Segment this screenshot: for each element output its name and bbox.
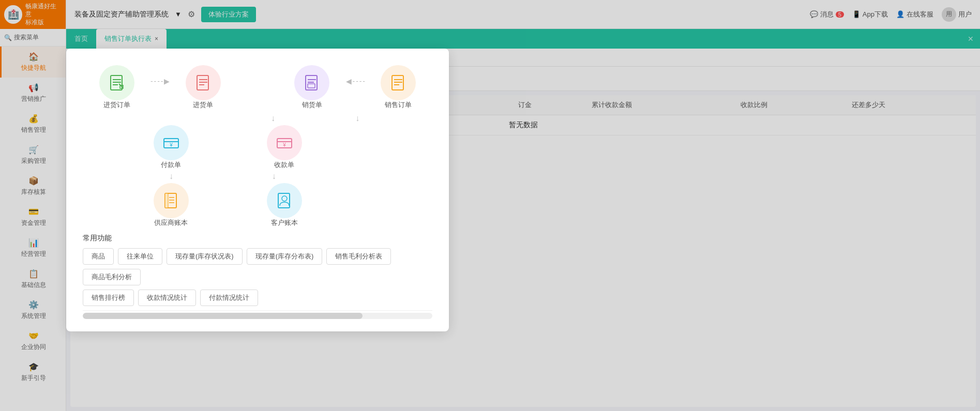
customer-ledger-node: 客户账本 bbox=[267, 183, 302, 227]
scrollbar-thumb[interactable] bbox=[83, 313, 363, 319]
flow-diagram: 进货订单 - - - - ▶ bbox=[83, 61, 432, 230]
customer-ledger-icon bbox=[275, 191, 294, 210]
svg-rect-11 bbox=[308, 84, 315, 88]
arrow-so-to-sb: ◀ - - - - bbox=[346, 77, 365, 85]
func-btn-stock-status[interactable]: 现存量(库存状况表) bbox=[167, 248, 243, 265]
func-btns-row1: 商品 往来单位 现存量(库存状况表) 现存量(库存分布表) 销售毛利分析表 商品… bbox=[83, 248, 432, 285]
modal-overlay[interactable]: 进货订单 - - - - ▶ bbox=[0, 0, 980, 411]
down-arrow-rec: ↓ bbox=[272, 172, 276, 181]
down-arrow-pay: ↓ bbox=[169, 172, 173, 181]
svg-rect-23 bbox=[165, 193, 168, 208]
sales-bill-circle[interactable] bbox=[294, 65, 329, 100]
flow-row-3: 供应商账本 客户账本 bbox=[83, 181, 432, 230]
flow-row-arrows-down2: ↓ ↓ bbox=[83, 172, 432, 181]
supplier-ledger-icon bbox=[162, 191, 180, 210]
sales-order-node: 销售订单 bbox=[381, 65, 416, 110]
svg-point-28 bbox=[282, 196, 287, 201]
svg-text:¥: ¥ bbox=[282, 142, 286, 148]
payment-bill-label: 付款单 bbox=[161, 160, 181, 170]
func-btn-product[interactable]: 商品 bbox=[83, 248, 114, 265]
flow-row-1: 进货订单 - - - - ▶ bbox=[83, 61, 432, 114]
flow-row-2: ¥ 付款单 ¥ bbox=[83, 123, 432, 172]
receipt-bill-node: ¥ 收款单 bbox=[267, 125, 302, 170]
func-btn-payment-stats[interactable]: 付款情况统计 bbox=[200, 290, 258, 306]
modal-body: 进货订单 - - - - ▶ bbox=[66, 49, 449, 331]
purchase-bill-label: 进货单 bbox=[193, 100, 213, 110]
purchase-order-label: 进货订单 bbox=[103, 100, 130, 110]
sales-bill-node: 销货单 bbox=[294, 65, 329, 110]
payment-bill-circle[interactable]: ¥ bbox=[154, 125, 189, 160]
supplier-ledger-circle[interactable] bbox=[154, 183, 189, 218]
sales-order-label: 销售订单 bbox=[385, 100, 412, 110]
func-btn-product-margin[interactable]: 商品毛利分析 bbox=[83, 269, 141, 285]
func-btns-row2: 销售排行榜 收款情况统计 付款情况统计 bbox=[83, 290, 432, 306]
receipt-bill-label: 收款单 bbox=[274, 160, 294, 170]
customer-ledger-circle[interactable] bbox=[267, 183, 302, 218]
func-btn-receipt-stats[interactable]: 收款情况统计 bbox=[138, 290, 196, 306]
purchase-order-node: 进货订单 bbox=[99, 65, 134, 110]
down-arrow-pb: ↓ bbox=[271, 114, 275, 123]
payment-bill-icon: ¥ bbox=[162, 133, 180, 152]
customer-ledger-label: 客户账本 bbox=[271, 218, 298, 227]
receipt-bill-icon: ¥ bbox=[275, 133, 294, 152]
func-btn-sales-rank[interactable]: 销售排行榜 bbox=[83, 290, 134, 306]
purchase-bill-node: 进货单 bbox=[186, 65, 221, 110]
supplier-ledger-label: 供应商账本 bbox=[154, 218, 188, 227]
receipt-bill-circle[interactable]: ¥ bbox=[267, 125, 302, 160]
func-btn-stock-dist[interactable]: 现存量(库存分布表) bbox=[247, 248, 323, 265]
sales-bill-icon bbox=[303, 73, 321, 92]
flow-row-arrows-down: ↓ ↓ bbox=[83, 114, 432, 123]
purchase-bill-icon bbox=[194, 73, 213, 92]
svg-text:¥: ¥ bbox=[169, 142, 173, 148]
purchase-order-icon bbox=[108, 73, 126, 92]
down-arrow-sb: ↓ bbox=[355, 114, 359, 123]
quick-nav-modal: 进货订单 - - - - ▶ bbox=[66, 49, 449, 331]
purchase-order-circle[interactable] bbox=[99, 65, 134, 100]
sales-order-circle[interactable] bbox=[381, 65, 416, 100]
modal-scroll[interactable] bbox=[83, 310, 432, 319]
arrow-p-to-pb: - - - - ▶ bbox=[150, 77, 169, 85]
sales-order-icon bbox=[389, 73, 408, 92]
func-btn-partner[interactable]: 往来单位 bbox=[118, 248, 162, 265]
payment-bill-node: ¥ 付款单 bbox=[154, 125, 189, 170]
supplier-ledger-node: 供应商账本 bbox=[154, 183, 189, 227]
common-funcs-title: 常用功能 bbox=[83, 234, 432, 243]
common-funcs: 常用功能 商品 往来单位 现存量(库存状况表) 现存量(库存分布表) 销售毛利分… bbox=[83, 234, 432, 306]
purchase-bill-circle[interactable] bbox=[186, 65, 221, 100]
sales-bill-label: 销货单 bbox=[302, 100, 322, 110]
func-btn-sales-margin[interactable]: 销售毛利分析表 bbox=[326, 248, 391, 265]
